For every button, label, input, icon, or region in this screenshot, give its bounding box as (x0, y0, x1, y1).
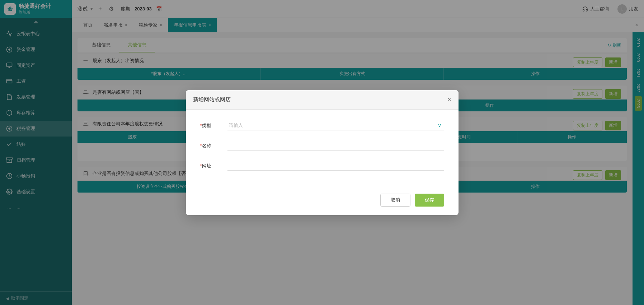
dialog-footer: 取消 保存 (186, 188, 459, 215)
dialog-add-website: 新增网站或网店 × *类型 ∨ *名称 (186, 90, 459, 215)
dialog-body: *类型 ∨ *名称 *网址 (186, 110, 459, 188)
url-input[interactable] (227, 161, 444, 171)
name-input[interactable] (227, 140, 444, 151)
url-label: *网址 (200, 161, 222, 169)
name-input-wrap (227, 140, 444, 151)
form-row-url: *网址 (200, 161, 444, 171)
type-input[interactable] (227, 120, 444, 130)
dialog-header: 新增网站或网店 × (186, 90, 459, 110)
url-input-wrap (227, 161, 444, 171)
form-row-type: *类型 ∨ (200, 120, 444, 130)
required-mark: * (200, 123, 202, 128)
name-label: *名称 (200, 140, 222, 149)
required-mark3: * (200, 163, 202, 168)
dialog-overlay[interactable]: 新增网站或网店 × *类型 ∨ *名称 (0, 0, 644, 305)
required-mark2: * (200, 143, 202, 148)
type-input-wrap: ∨ (227, 120, 444, 130)
dialog-title: 新增网站或网店 (193, 96, 231, 103)
dialog-close-btn[interactable]: × (447, 96, 451, 103)
cancel-button[interactable]: 取消 (380, 194, 410, 207)
save-button[interactable]: 保存 (415, 194, 444, 207)
type-label: *类型 (200, 120, 222, 129)
form-row-name: *名称 (200, 140, 444, 151)
